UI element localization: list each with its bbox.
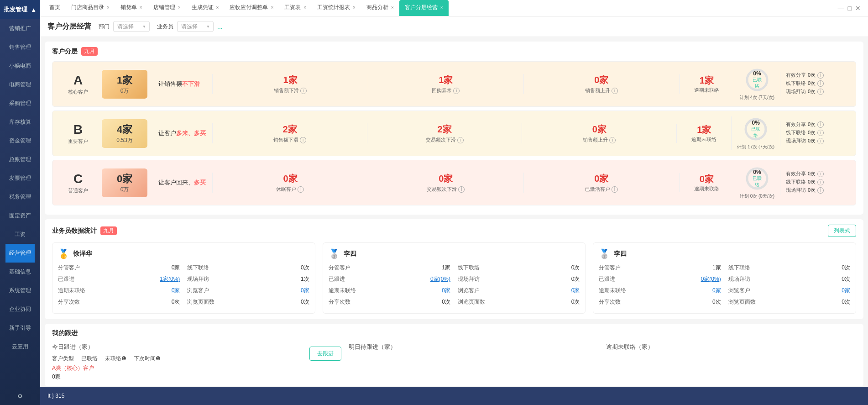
tab-close-kehufenceng[interactable]: ×	[440, 5, 443, 10]
tier-stat-A-2: 0家 销售额上升 i	[523, 74, 679, 94]
salesperson-section: 业务员数据统计 九月 列表式 🥇 徐泽华 分管客户 0家 线下联络 0次 已跟进	[45, 219, 863, 319]
tomorrow-follow-col: 明日待跟进（家）	[349, 343, 599, 381]
salesperson-card-2: 🥈 李四 分管客户 1家 线下联络 0次 已跟进 0家(0%) 现场拜访 0次	[593, 242, 856, 314]
tab-close-gongzitongji[interactable]: ×	[353, 5, 356, 10]
info-icon[interactable]: i	[457, 137, 464, 143]
tier-label-A: A 核心客户	[60, 73, 96, 95]
salesperson-grid: 🥇 徐泽华 分管客户 0家 线下联络 0次 已跟进 1家(0%) 现场拜访 1次	[52, 242, 856, 314]
tab-close-shangpin[interactable]: ×	[107, 5, 110, 10]
sp-stat-row-1-7: 浏览页面数 0次	[458, 298, 580, 306]
sp-medal-2: 🥈	[599, 248, 610, 259]
sidebar-item-gudingzichan[interactable]: 固定资产	[5, 206, 35, 225]
tab-close-yingshouyingfu[interactable]: ×	[271, 5, 273, 10]
tab-shangpinfenxi[interactable]: 商品分析×	[361, 0, 399, 16]
right-stat-info-icon[interactable]: i	[817, 121, 824, 128]
window-close-icon[interactable]: ✕	[855, 5, 861, 12]
tab-xiaoshoudan[interactable]: 销货单×	[115, 0, 148, 16]
right-stat-info-icon[interactable]: i	[817, 179, 824, 185]
tab-shengcheng[interactable]: 生成凭证×	[186, 0, 225, 16]
sidebar-item-yingxiao[interactable]: 营销推广	[5, 19, 35, 38]
right-stat-val-C-0: 0次	[808, 170, 816, 177]
sidebar-item-caigou[interactable]: 采购管理	[5, 94, 35, 113]
tab-bar-end: — □ ✕	[834, 5, 864, 12]
tier-stat-label-B-0: 销售额下滑 i	[216, 137, 363, 143]
staff-select[interactable]: 请选择	[177, 21, 214, 32]
sidebar-item-fapiao[interactable]: 发票管理	[5, 169, 35, 188]
tab-close-dianguanli[interactable]: ×	[178, 5, 181, 10]
sidebar-gear-icon[interactable]: ⚙	[0, 387, 40, 405]
right-stat-label-B-0: 有效分享	[786, 121, 806, 128]
info-icon[interactable]: i	[458, 186, 465, 193]
sidebar-header[interactable]: 批发管理 ▲	[0, 0, 40, 19]
tier-count-num-C: 0家	[109, 172, 140, 186]
sp-medal-1: 🥈	[329, 248, 340, 259]
info-icon[interactable]: i	[612, 186, 618, 193]
tab-close-shengcheng[interactable]: ×	[216, 5, 219, 10]
right-stat-info-icon[interactable]: i	[817, 138, 824, 144]
right-stat-val-A-2: 0次	[808, 88, 816, 95]
sidebar-item-kucun[interactable]: 库存核算	[5, 113, 35, 131]
dept-select[interactable]: 请选择	[113, 21, 150, 32]
info-icon[interactable]: i	[300, 88, 307, 94]
right-stat-info-icon[interactable]: i	[817, 72, 824, 79]
sidebar-item-gongzi[interactable]: 工资	[5, 225, 35, 244]
sidebar-item-yunyingyong[interactable]: 云应用	[5, 337, 35, 356]
tier-right-stats-B: 有效分享 0次 i 线下联络 0次 i 现场拜访 0次 i	[780, 121, 848, 146]
window-maximize-icon[interactable]: □	[848, 5, 852, 12]
info-icon[interactable]: i	[453, 88, 460, 94]
sidebar-item-xitongguanli[interactable]: 系统管理	[5, 281, 35, 300]
sidebar-item-xiaoshou[interactable]: 销售管理	[5, 38, 35, 57]
circle-text-A: 0% 已联络	[751, 70, 763, 89]
page-header: 客户分层经营 部门 请选择 业务员 请选择 ...	[40, 16, 868, 37]
sidebar-title: 批发管理	[4, 5, 27, 14]
right-stat-info-icon[interactable]: i	[817, 130, 824, 136]
tab-gongzitongji[interactable]: 工资统计报表×	[312, 0, 361, 16]
salesperson-card-1: 🥈 李四 分管客户 1家 线下联络 0次 已跟进 0家(0%) 现场拜访 0次	[323, 242, 586, 314]
bottom-status-text: It } 315	[47, 393, 64, 399]
tier-name-C: 普通客户	[60, 187, 96, 194]
right-stat-line-B-2: 现场拜访 0次 i	[786, 137, 848, 144]
tab-yingshouyingfu[interactable]: 应收应付调整单×	[224, 0, 279, 16]
right-stat-info-icon[interactable]: i	[817, 171, 824, 177]
goto-follow-button[interactable]: 去跟进	[309, 347, 341, 361]
right-stat-info-icon[interactable]: i	[817, 187, 824, 194]
tab-close-shangpinfenxi[interactable]: ×	[391, 5, 394, 10]
tab-gongzibiao[interactable]: 工资表×	[279, 0, 312, 16]
today-follow-title: 今日跟进（家）	[52, 343, 302, 351]
sidebar-item-dianshang[interactable]: 电商管理	[5, 75, 35, 94]
sidebar-item-jichuxinxi[interactable]: 基础信息	[5, 263, 35, 281]
right-stat-label-C-1: 线下联络	[786, 179, 806, 185]
sidebar-item-xinshouyindao[interactable]: 新手引导	[5, 319, 35, 337]
tier-stat-A-0: 1家 销售额下滑 i	[212, 74, 368, 94]
sidebar-item-qiyexieyong[interactable]: 企业协同	[5, 300, 35, 319]
sp-stat-row-0-7: 浏览页面数 0次	[187, 298, 309, 306]
info-icon[interactable]: i	[300, 137, 306, 143]
tab-home[interactable]: 首页	[44, 0, 66, 16]
sidebar: 批发管理 ▲ 营销推广销售管理小畅电商电商管理采购管理库存核算资金管理总账管理发…	[0, 0, 40, 405]
tab-kehufenceng[interactable]: 客户分层经营×	[399, 0, 449, 16]
sidebar-item-zhangzhang[interactable]: 总账管理	[5, 150, 35, 169]
info-icon[interactable]: i	[609, 137, 616, 143]
info-icon[interactable]: i	[298, 186, 304, 193]
sidebar-item-zijin[interactable]: 资金管理	[5, 131, 35, 150]
sp-stat-row-1-0: 分管客户 1家	[329, 264, 450, 272]
right-stat-info-icon[interactable]: i	[817, 80, 824, 87]
list-view-button[interactable]: 列表式	[828, 225, 856, 237]
more-button[interactable]: ...	[217, 23, 223, 30]
tab-close-gongzibiao[interactable]: ×	[303, 5, 306, 10]
sidebar-item-xiaodian[interactable]: 小畅电商	[5, 57, 35, 75]
window-minimize-icon[interactable]: —	[838, 5, 844, 12]
sidebar-item-shuiwu[interactable]: 税务管理	[5, 188, 35, 206]
circle-linked-A: 已联络	[751, 77, 763, 89]
sidebar-toggle-icon[interactable]: ▲	[31, 6, 37, 13]
dept-label: 部门	[99, 23, 110, 31]
tier-stat-label-B-2: 销售额上升 i	[526, 137, 673, 143]
tab-shangpin[interactable]: 门店商品目录×	[66, 0, 115, 16]
sidebar-item-jingying[interactable]: 经营管理	[5, 244, 35, 263]
info-icon[interactable]: i	[612, 88, 618, 94]
right-stat-info-icon[interactable]: i	[817, 89, 824, 95]
today-follow-col: 今日跟进（家） 客户类型 已联络 未联络❶ 下次时间❶ A类（核心）客户 0家	[52, 343, 302, 381]
tab-dianguanli[interactable]: 店铺管理×	[148, 0, 186, 16]
right-stat-val-A-0: 0次	[808, 72, 816, 79]
tab-close-xiaoshoudan[interactable]: ×	[140, 5, 142, 10]
